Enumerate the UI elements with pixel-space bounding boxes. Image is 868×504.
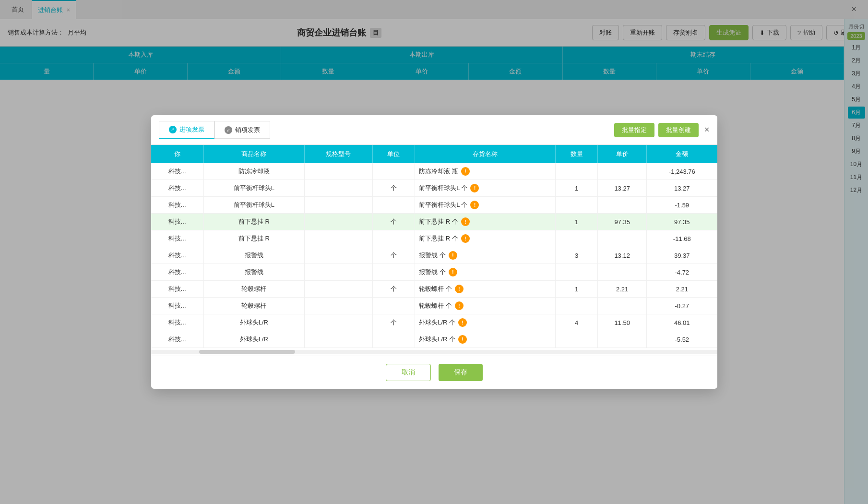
warning-icon: ! — [458, 335, 467, 344]
table-row: 科技...轮毂螺杆轮毂螺杆 个!-0.27 — [151, 298, 717, 314]
cell-spec — [304, 331, 372, 348]
cell-company: 科技... — [151, 314, 204, 331]
tab-out-invoice[interactable]: ↙ 销项发票 — [214, 121, 270, 139]
cell-price: 2.21 — [598, 281, 647, 298]
tab-out-icon: ↙ — [225, 126, 232, 134]
modal-close-button[interactable]: × — [704, 125, 710, 135]
table-header-row: 你 商品名称 规格型号 单位 存货名称 数量 单价 金额 — [151, 145, 717, 163]
modal: ↗ 进项发票 ↙ 销项发票 批量指定 批量创建 × 你 商品名称 — [151, 115, 717, 389]
warning-icon: ! — [455, 285, 464, 293]
batch-create-button[interactable]: 批量创建 — [658, 123, 699, 137]
cell-product: 前平衡杆球头L — [203, 180, 304, 197]
cell-spec — [304, 264, 372, 281]
th-amount: 金额 — [647, 145, 717, 163]
cell-inventory: 前下悬挂 R 个! — [415, 214, 556, 230]
cell-amount: 97.35 — [647, 214, 717, 230]
cell-unit: 个 — [372, 247, 415, 264]
cell-product: 前下悬挂 R — [203, 230, 304, 247]
table-row: 科技...外球头L/R个外球头L/R 个!411.5046.01 — [151, 314, 717, 331]
cell-qty: 1 — [555, 180, 597, 197]
cell-inventory: 轮毂螺杆 个! — [415, 298, 556, 314]
warning-icon: ! — [461, 217, 470, 226]
cell-qty: 1 — [555, 214, 597, 230]
warning-icon: ! — [455, 301, 464, 310]
cell-spec — [304, 214, 372, 230]
cell-qty — [555, 331, 597, 348]
cell-company: 科技... — [151, 264, 204, 281]
cell-price — [598, 264, 647, 281]
table-row: 科技...报警线个报警线 个!313.1239.37 — [151, 247, 717, 264]
scroll-thumb[interactable] — [199, 350, 295, 354]
cell-inventory: 前平衡杆球头L 个! — [415, 197, 556, 214]
cell-qty — [555, 264, 597, 281]
tab-in-label: 进项发票 — [179, 125, 204, 134]
cell-product: 轮毂螺杆 — [203, 281, 304, 298]
th-price: 单价 — [598, 145, 647, 163]
cell-qty — [555, 298, 597, 314]
cell-unit — [372, 230, 415, 247]
cell-product: 外球头L/R — [203, 331, 304, 348]
cell-unit — [372, 298, 415, 314]
warning-icon: ! — [458, 318, 467, 327]
cell-product: 轮毂螺杆 — [203, 298, 304, 314]
cell-price — [598, 298, 647, 314]
cell-product: 防冻冷却液 — [203, 163, 304, 180]
cell-unit: 个 — [372, 314, 415, 331]
cell-price — [598, 163, 647, 180]
cell-amount: -1.59 — [647, 197, 717, 214]
cell-price — [598, 197, 647, 214]
modal-table: 你 商品名称 规格型号 单位 存货名称 数量 单价 金额 科技...防冻冷却液防… — [151, 145, 717, 348]
cell-spec — [304, 230, 372, 247]
cell-company: 科技... — [151, 298, 204, 314]
cancel-button[interactable]: 取消 — [386, 364, 431, 381]
cell-product: 报警线 — [203, 247, 304, 264]
cell-qty: 4 — [555, 314, 597, 331]
cell-price: 13.12 — [598, 247, 647, 264]
cell-spec — [304, 197, 372, 214]
table-row: 科技...轮毂螺杆个轮毂螺杆 个!12.212.21 — [151, 281, 717, 298]
table-row: 科技...前平衡杆球头L前平衡杆球头L 个!-1.59 — [151, 197, 717, 214]
table-row: 科技...报警线报警线 个!-4.72 — [151, 264, 717, 281]
th-unit: 单位 — [372, 145, 415, 163]
th-company: 你 — [151, 145, 204, 163]
cell-price: 97.35 — [598, 214, 647, 230]
cell-company: 科技... — [151, 180, 204, 197]
th-spec: 规格型号 — [304, 145, 372, 163]
cell-qty: 1 — [555, 281, 597, 298]
cell-product: 报警线 — [203, 264, 304, 281]
cell-qty — [555, 197, 597, 214]
th-product: 商品名称 — [203, 145, 304, 163]
warning-icon: ! — [470, 201, 479, 209]
cell-price: 11.50 — [598, 314, 647, 331]
cell-qty: 3 — [555, 247, 597, 264]
table-row: 科技...前下悬挂 R个前下悬挂 R 个!197.3597.35 — [151, 214, 717, 230]
warning-icon: ! — [461, 167, 470, 176]
cell-spec — [304, 163, 372, 180]
cell-inventory: 外球头L/R 个! — [415, 314, 556, 331]
tab-in-invoice[interactable]: ↗ 进项发票 — [159, 121, 214, 139]
cell-amount: 46.01 — [647, 314, 717, 331]
cell-spec — [304, 180, 372, 197]
cell-amount: -11.68 — [647, 230, 717, 247]
cell-amount: 2.21 — [647, 281, 717, 298]
cell-unit — [372, 264, 415, 281]
th-qty: 数量 — [555, 145, 597, 163]
cell-unit — [372, 197, 415, 214]
table-row: 科技...防冻冷却液防冻冷却液 瓶!-1,243.76 — [151, 163, 717, 180]
cell-spec — [304, 281, 372, 298]
cell-inventory: 报警线 个! — [415, 247, 556, 264]
cell-inventory: 报警线 个! — [415, 264, 556, 281]
h-scrollbar[interactable] — [151, 350, 717, 354]
cell-amount: -0.27 — [647, 298, 717, 314]
cell-amount: -4.72 — [647, 264, 717, 281]
cell-inventory: 防冻冷却液 瓶! — [415, 163, 556, 180]
cell-unit — [372, 163, 415, 180]
save-button[interactable]: 保存 — [439, 364, 483, 381]
warning-icon: ! — [449, 268, 457, 276]
tab-out-label: 销项发票 — [235, 126, 260, 134]
cell-inventory: 前下悬挂 R 个! — [415, 230, 556, 247]
cell-spec — [304, 314, 372, 331]
batch-assign-button[interactable]: 批量指定 — [614, 123, 654, 137]
cell-qty — [555, 230, 597, 247]
cell-unit: 个 — [372, 180, 415, 197]
